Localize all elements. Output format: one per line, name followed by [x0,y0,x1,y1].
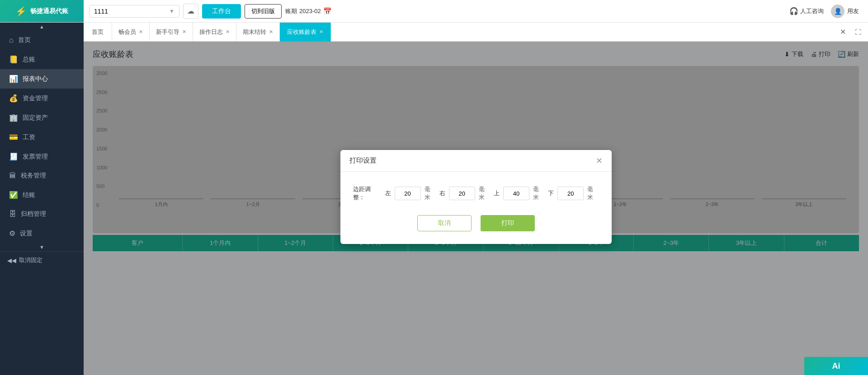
content-area: 首页 畅会员 ✕ 新手引导 ✕ 操作日志 ✕ 期末结转 ✕ 应收账龄表 ✕ [84,23,868,375]
sidebar-item-label: 首页 [18,36,31,44]
sidebar-item-home[interactable]: ⌂ 首页 [0,31,84,50]
tab-period-end[interactable]: 期末结转 ✕ [236,23,280,42]
collapse-sidebar-button[interactable]: ◀◀ 取消固定 [0,251,84,269]
sidebar-item-label: 结账 [23,191,35,199]
left-direction-label: 左 [385,189,391,197]
user-area[interactable]: 👤 用友 [831,5,859,18]
sidebar-item-funds[interactable]: 💰 资金管理 [0,89,84,108]
tab-right-buttons: ✕ ⛶ [835,25,868,39]
checkout-icon: ✅ [9,191,18,199]
print-settings-dialog: 打印设置 ✕ 边距调整： 左 毫米 右 毫米 上 [340,150,612,244]
tab-maximize-button[interactable]: ⛶ [851,25,865,39]
sidebar-item-label: 报表中心 [23,75,48,83]
ai-float-button[interactable]: Ai [804,357,868,375]
headphone-icon: 🎧 [789,7,798,15]
dialog-body: 边距调整： 左 毫米 右 毫米 上 毫米 下 毫米 [340,172,612,211]
support-button[interactable]: 🎧 人工咨询 [789,7,824,15]
sidebar-item-assets[interactable]: 🏢 固定资产 [0,108,84,127]
sidebar-item-label: 税务管理 [21,172,46,180]
chevron-down-icon: ▼ [169,8,175,14]
right-unit-label: 毫米 [479,185,490,202]
dialog-title: 打印设置 [349,156,377,165]
dialog-close-button[interactable]: ✕ [596,157,603,165]
company-name: 1111 [94,8,166,15]
tab-member-label: 畅会员 [118,28,136,36]
tab-log-close[interactable]: ✕ [226,29,230,35]
sidebar-item-archive[interactable]: 🗄 归档管理 [0,205,84,224]
sidebar-item-label: 资金管理 [23,94,48,103]
period-value: 2023-02 [299,8,321,14]
sidebar: ▲ ⌂ 首页 📒 总账 📊 报表中心 💰 资金管理 🏢 固定资产 💳 工资 🧾 … [0,23,84,375]
logo-text: 畅捷通易代账 [30,7,68,15]
left-margin-input[interactable] [395,187,421,200]
avatar: 👤 [831,5,844,18]
left-unit-label: 毫米 [425,185,436,202]
top-margin-input[interactable] [503,187,529,200]
confirm-print-button[interactable]: 打印 [481,215,535,231]
sidebar-item-label: 归档管理 [21,210,46,218]
workbench-button[interactable]: 工作台 [202,4,241,19]
cancel-button[interactable]: 取消 [417,215,472,231]
sidebar-item-label: 总账 [23,56,35,64]
right-margin-input[interactable] [449,187,475,200]
sidebar-item-ledger[interactable]: 📒 总账 [0,50,84,69]
sidebar-item-invoice[interactable]: 🧾 发票管理 [0,147,84,166]
reports-icon: 📊 [9,75,18,83]
sidebar-scroll-down[interactable]: ▼ [0,243,84,251]
tab-period-end-close[interactable]: ✕ [269,29,273,35]
support-label: 人工咨询 [800,7,824,15]
ai-label: Ai [832,361,840,371]
sidebar-item-checkout[interactable]: ✅ 结账 [0,185,84,205]
logo-icon: ⚡ [15,6,27,17]
tab-home[interactable]: 首页 [84,23,112,42]
period-label: 账期 [285,7,297,15]
page-inner: 应收账龄表 ⬇ 下载 🖨 打印 🔄 刷新 [84,42,868,375]
company-selector[interactable]: 1111 ▼ [89,5,179,18]
tab-guide[interactable]: 新手引导 ✕ [150,23,193,42]
margin-adjustment-row: 边距调整： 左 毫米 右 毫米 上 毫米 下 毫米 [353,185,599,202]
pin-icon: ◀◀ [7,257,16,264]
margin-label: 边距调整： [353,185,382,202]
right-direction-label: 右 [439,189,445,197]
tab-guide-close[interactable]: ✕ [182,29,186,35]
sidebar-item-payroll[interactable]: 💳 工资 [0,127,84,147]
dialog-header: 打印设置 ✕ [340,150,612,172]
top-direction-label: 上 [494,189,500,197]
page-content: 应收账龄表 ⬇ 下载 🖨 打印 🔄 刷新 [84,42,868,375]
tab-close-button[interactable]: ✕ [835,25,850,39]
tab-log-label: 操作日志 [199,28,223,36]
tab-log[interactable]: 操作日志 ✕ [193,23,236,42]
tab-ar-aging-label: 应收账龄表 [287,28,316,36]
home-icon: ⌂ [9,36,14,44]
header-right: 🎧 人工咨询 👤 用友 [789,0,868,22]
tab-member-close[interactable]: ✕ [139,29,143,35]
bottom-unit-label: 毫米 [587,185,599,202]
payroll-icon: 💳 [9,133,18,141]
cloud-sync-button[interactable]: ☁ [183,4,198,19]
invoice-icon: 🧾 [9,152,18,161]
sidebar-item-settings[interactable]: ⚙ 设置 [0,224,84,243]
sidebar-item-label: 固定资产 [23,114,48,122]
top-unit-label: 毫米 [533,185,544,202]
sidebar-item-label: 发票管理 [23,153,48,161]
tab-ar-aging-close[interactable]: ✕ [319,29,323,35]
logo-area: ⚡ 畅捷通易代账 [0,0,84,22]
sidebar-item-reports[interactable]: 📊 报表中心 [0,69,84,89]
switch-version-button[interactable]: 切到旧版 [245,4,282,19]
calendar-icon[interactable]: 📅 [323,7,332,15]
tax-icon: 🏛 [9,172,16,180]
sidebar-item-label: 工资 [23,133,35,141]
sidebar-item-tax[interactable]: 🏛 税务管理 [0,166,84,185]
bottom-margin-input[interactable] [557,187,584,200]
collapse-label: 取消固定 [19,256,42,264]
dialog-footer: 取消 打印 [340,211,612,244]
sidebar-item-label: 设置 [20,230,33,238]
period-info: 账期 2023-02 📅 [285,7,332,15]
sidebar-scroll-up[interactable]: ▲ [0,23,84,31]
funds-icon: 💰 [9,94,18,103]
tab-ar-aging[interactable]: 应收账龄表 ✕ [280,23,331,42]
tab-bar: 首页 畅会员 ✕ 新手引导 ✕ 操作日志 ✕ 期末结转 ✕ 应收账龄表 ✕ [84,23,868,42]
user-name: 用友 [847,7,859,15]
settings-icon: ⚙ [9,229,15,238]
tab-member[interactable]: 畅会员 ✕ [112,23,150,42]
